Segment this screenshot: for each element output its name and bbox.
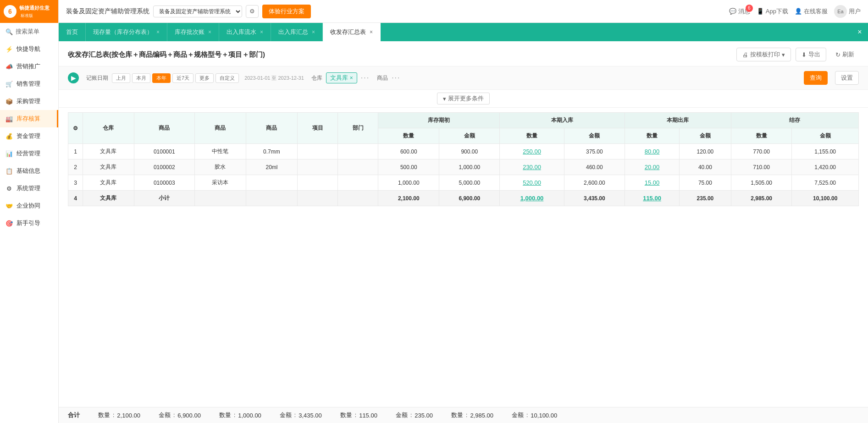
header-right: 💬 消息 6 📱 App下载 👤 在线客服 Ea 用户 bbox=[729, 5, 861, 18]
row1-dept bbox=[338, 144, 378, 159]
settings-btn[interactable]: 设置 bbox=[835, 71, 859, 85]
chevron-down-icon: ▾ bbox=[443, 95, 446, 102]
row3-no: 3 bbox=[68, 175, 83, 191]
sidebar-item-business[interactable]: 📊 经营管理 bbox=[0, 145, 58, 162]
subtotal-empty1 bbox=[195, 191, 246, 206]
warehouse-more-dots[interactable]: ··· bbox=[361, 74, 370, 82]
row1-project bbox=[298, 144, 338, 159]
tab-close-batch[interactable]: × bbox=[208, 29, 211, 35]
export-button[interactable]: ⬇ 导出 bbox=[796, 48, 826, 61]
chevron-down-icon: ▾ bbox=[782, 51, 785, 58]
subtotal-no: 4 bbox=[68, 191, 83, 206]
date-buttons: 上月 本月 本年 近7天 更多 自定义 bbox=[112, 73, 239, 83]
user-action[interactable]: Ea 用户 bbox=[834, 5, 861, 18]
date-btn-this-year[interactable]: 本年 bbox=[152, 73, 171, 83]
sidebar-item-guide[interactable]: 🎯 新手引导 bbox=[0, 214, 58, 232]
quick-icon: ⚡ bbox=[6, 45, 13, 53]
search-menu[interactable]: 🔍 搜索菜单 bbox=[0, 23, 58, 40]
tab-stock-dist[interactable]: 现存量（库存分布表） × bbox=[86, 23, 167, 41]
total-out-amt-val: 235.00 bbox=[415, 412, 433, 419]
business-icon: 📊 bbox=[6, 150, 13, 157]
total-in-amt-val: 3,435.00 bbox=[299, 412, 322, 419]
inventory-icon: 🏭 bbox=[6, 115, 13, 122]
row1-in-amt: 375.00 bbox=[564, 144, 625, 159]
app-download-action[interactable]: 📱 App下载 bbox=[757, 7, 788, 16]
expand-more-btn[interactable]: ▾ 展开更多条件 bbox=[437, 93, 490, 104]
row3-name: 采访本 bbox=[195, 175, 246, 191]
row3-in-qty[interactable]: 520.00 bbox=[500, 175, 564, 191]
date-btn-last-month[interactable]: 上月 bbox=[112, 73, 130, 83]
row2-in-qty[interactable]: 230.00 bbox=[500, 159, 564, 175]
tab-close-flow[interactable]: × bbox=[260, 29, 263, 35]
sidebar-item-finance[interactable]: 💰 资金管理 bbox=[0, 127, 58, 145]
th-out-group: 本期出库 bbox=[625, 113, 731, 128]
sidebar-item-system[interactable]: ⚙ 系统管理 bbox=[0, 180, 58, 197]
subtotal-close-qty: 2,985.00 bbox=[731, 191, 792, 206]
row2-dept bbox=[338, 159, 378, 175]
sidebar-item-purchase[interactable]: 📦 采购管理 bbox=[0, 93, 58, 110]
goods-filter-label: 商品 bbox=[377, 74, 388, 82]
date-btn-this-month[interactable]: 本月 bbox=[132, 73, 150, 83]
subtotal-in-qty[interactable]: 1,000.00 bbox=[500, 191, 564, 206]
guide-icon: 🎯 bbox=[6, 220, 13, 227]
warehouse-tag-close[interactable]: × bbox=[350, 75, 353, 81]
tab-batch[interactable]: 库存批次账 × bbox=[167, 23, 219, 41]
sidebar-item-company[interactable]: 🤝 企业协同 bbox=[0, 197, 58, 214]
row3-open-amt: 5,000.00 bbox=[439, 175, 500, 191]
sidebar-item-base[interactable]: 📋 基础信息 bbox=[0, 162, 58, 180]
total-in-qty: 数量: 1,000.00 bbox=[219, 411, 261, 419]
query-button[interactable]: 查询 bbox=[804, 71, 828, 85]
tab-close-summary[interactable]: × bbox=[312, 29, 315, 35]
row3-project bbox=[298, 175, 338, 191]
system-select[interactable]: 装备及固定资产辅助管理系统 bbox=[153, 5, 242, 17]
table-row: 2 文具库 0100002 胶水 20ml 500.00 1,000.00 23… bbox=[68, 159, 859, 175]
row2-close-qty: 710.00 bbox=[731, 159, 792, 175]
row3-spec bbox=[246, 175, 298, 191]
warehouse-tag[interactable]: 文具库 × bbox=[326, 72, 357, 83]
row2-out-qty[interactable]: 20.00 bbox=[625, 159, 680, 175]
expand-more-row: ▾ 展开更多条件 bbox=[59, 90, 868, 108]
goods-more-dots[interactable]: ··· bbox=[392, 74, 400, 82]
th-open-qty: 数量 bbox=[378, 128, 439, 144]
th-closing-group: 结存 bbox=[731, 113, 858, 128]
message-action[interactable]: 💬 消息 6 bbox=[729, 7, 750, 16]
sidebar-item-inventory[interactable]: 🏭 库存核算 bbox=[0, 110, 58, 127]
tab-close-stock-dist[interactable]: × bbox=[156, 29, 160, 35]
row1-in-qty[interactable]: 250.00 bbox=[500, 144, 564, 159]
print-button[interactable]: 🖨 按模板打印 ▾ bbox=[736, 48, 791, 61]
phone-icon: 📱 bbox=[757, 8, 764, 15]
total-open-qty: 数量: 2,100.00 bbox=[98, 411, 140, 419]
tab-recv-send[interactable]: 收发存汇总表 × bbox=[323, 23, 381, 41]
th-in-amt: 金额 bbox=[564, 128, 625, 144]
tab-flow[interactable]: 出入库流水 × bbox=[219, 23, 271, 41]
refresh-icon: ↻ bbox=[835, 51, 840, 58]
subtotal-out-qty[interactable]: 115.00 bbox=[625, 191, 680, 206]
marketing-icon: 📣 bbox=[6, 63, 13, 70]
refresh-button[interactable]: ↻ 刷新 bbox=[831, 48, 859, 61]
total-close-amt-label: 金额 bbox=[512, 411, 524, 419]
row3-out-qty[interactable]: 15.00 bbox=[625, 175, 680, 191]
trial-button[interactable]: 体验行业方案 bbox=[262, 5, 311, 18]
online-service-action[interactable]: 👤 在线客服 bbox=[795, 7, 828, 16]
tab-home[interactable]: 首页 bbox=[59, 23, 86, 41]
sidebar-item-marketing[interactable]: 📣 营销推广 bbox=[0, 58, 58, 75]
th-out-qty: 数量 bbox=[625, 128, 680, 144]
row3-code: 0100003 bbox=[134, 175, 195, 191]
subtotal-out-amt: 235.00 bbox=[679, 191, 731, 206]
sidebar-item-sales[interactable]: 🛒 销售管理 bbox=[0, 75, 58, 93]
tab-bar-close[interactable]: × bbox=[851, 23, 868, 41]
row1-out-qty[interactable]: 80.00 bbox=[625, 144, 680, 159]
sidebar-item-quick[interactable]: ⚡ 快捷导航 bbox=[0, 40, 58, 58]
gear-button[interactable]: ⚙ bbox=[246, 5, 259, 18]
date-btn-more[interactable]: 更多 bbox=[195, 73, 214, 83]
subtotal-empty4 bbox=[338, 191, 378, 206]
subtotal-label: 小计 bbox=[134, 191, 195, 206]
tab-summary[interactable]: 出入库汇总 × bbox=[271, 23, 323, 41]
total-out-amt: 金额: 235.00 bbox=[396, 411, 433, 419]
date-btn-7days[interactable]: 近7天 bbox=[172, 73, 194, 83]
tab-close-recv-send[interactable]: × bbox=[370, 29, 373, 35]
row1-out-amt: 120.00 bbox=[679, 144, 731, 159]
th-project: 项目 bbox=[298, 113, 338, 144]
filter-expand-btn[interactable]: ▶ bbox=[68, 72, 79, 83]
date-btn-custom[interactable]: 自定义 bbox=[216, 73, 239, 83]
